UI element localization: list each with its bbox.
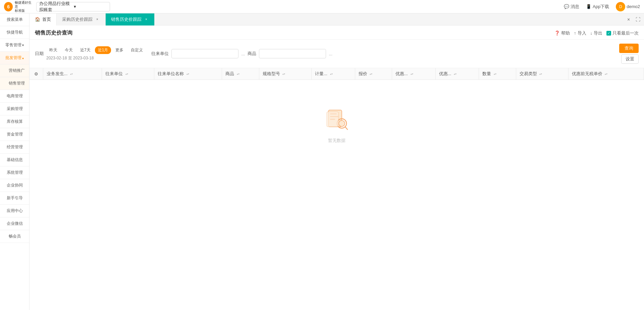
date-btn-more[interactable]: 更多 [112,46,126,54]
th-quote[interactable]: 报价 ▴▾ [355,68,392,80]
sort-icon: ▴▾ [282,73,285,75]
export-icon: ↓ [590,31,593,36]
setting-button[interactable]: 设置 [621,54,639,64]
table-header-row: ⚙ 业务发生... ▴▾ 往来单位 ▴▾ 往来单位名称 [30,68,644,80]
avatar-initial: D [619,4,622,9]
sort-icon: ▴▾ [605,73,607,75]
product-label: 商品 [248,51,256,57]
tab-close-purchase[interactable]: × [95,17,100,22]
th-discount2[interactable]: 优惠... ▴▾ [435,68,479,80]
message-btn[interactable]: 💬 消息 [564,4,579,10]
date-range-display: 2023-02-18 至 2023-03-18 [46,55,146,61]
import-btn[interactable]: ↑ 导入 [574,30,586,36]
sidebar-item-sales[interactable]: 销售管理 [0,77,29,90]
help-icon: ❓ [554,31,560,36]
sidebar-item-inventory[interactable]: 库存核算 [0,115,29,128]
sidebar-item-guide[interactable]: 新手引导 [0,192,29,205]
content-area: 🏠 首页 采购历史价跟踪 × 销售历史价跟踪 × × ⛶ 销售历史价查询 [30,13,644,310]
page-content: 销售历史价查询 ❓ 帮助 ↑ 导入 ↓ 导出 ✓ [30,25,644,310]
sidebar-item-retail[interactable]: 零售管理 ▾ [0,39,29,52]
data-table: ⚙ 业务发生... ▴▾ 往来单位 ▴▾ 往来单位名称 [30,68,644,80]
sort-icon: ▴▾ [125,73,128,75]
header-right: 💬 消息 📱 App下载 D demo2 [564,2,640,11]
sort-icon: ▴▾ [454,73,457,75]
th-spec[interactable]: 规格型号 ▴▾ [259,68,311,80]
th-trade-type[interactable]: 交易类型 ▴▾ [516,68,568,80]
help-btn[interactable]: ❓ 帮助 [554,30,570,36]
sidebar-item-member[interactable]: 畅会员 [0,230,29,243]
svg-rect-7 [327,112,338,127]
empty-text: 暂无数据 [328,138,345,144]
account-selector[interactable]: 办公用品行业模拟账套 ▾ [36,2,110,11]
date-btn-last1month[interactable]: 近1月 [95,46,111,54]
date-buttons: 昨天 今天 近7天 近1月 更多 自定义 [46,46,146,54]
sidebar-item-operations[interactable]: 经营管理 [0,141,29,154]
query-button[interactable]: 查询 [619,44,639,53]
date-btn-today[interactable]: 今天 [62,46,76,54]
th-unit[interactable]: 计量... ▴▾ [312,68,355,80]
page-header: 销售历史价查询 ❓ 帮助 ↑ 导入 ↓ 导出 ✓ [30,25,644,40]
th-partner-id[interactable]: 往来单位 ▴▾ [102,68,154,80]
app-download-btn[interactable]: 📱 App下载 [586,4,609,10]
sidebar-item-basic[interactable]: 基础信息 [0,154,29,166]
th-gear[interactable]: ⚙ [30,68,43,80]
chevron-down-icon: ▾ [74,4,107,9]
sidebar-item-quick-nav[interactable]: 快捷导航 [0,26,29,39]
sidebar-item-wechat[interactable]: 企业微信 [0,217,29,230]
product-ellipsis: ... [329,51,332,56]
date-label: 日期 [35,51,44,57]
top-header: 6 畅捷通好生意 标准版 办公用品行业模拟账套 ▾ 💬 消息 📱 App下载 D… [0,0,644,13]
sidebar-item-marketing[interactable]: 营销推广 [0,64,29,77]
checkbox-checked-icon: ✓ [606,31,611,36]
export-btn[interactable]: ↓ 导出 [590,30,603,36]
sort-icon: ▴▾ [494,73,496,75]
sidebar-item-system[interactable]: 系统管理 [0,166,29,179]
user-menu[interactable]: D demo2 [616,2,640,11]
sort-icon: ▴▾ [186,73,189,75]
logo-text: 畅捷通好生意 标准版 [15,1,34,13]
view-last-checkbox[interactable]: ✓ 只看最后一次 [606,30,639,36]
th-quantity[interactable]: 数量 ▴▾ [479,68,516,80]
sidebar-item-ecommerce[interactable]: 电商管理 [0,90,29,103]
partner-filter-group: 往来单位 ... 商品 ... [151,49,614,58]
sidebar-item-finance[interactable]: 资金管理 [0,128,29,141]
message-icon: 💬 [564,4,569,9]
sidebar-item-search-menu[interactable]: 搜索菜单 [0,13,29,26]
sort-icon: ▴▾ [237,73,239,75]
sidebar-item-purchase[interactable]: 采购管理 [0,103,29,115]
chevron-up-icon: ▴ [22,56,24,60]
partner-input[interactable] [171,49,238,58]
th-biz-date[interactable]: 业务发生... ▴▾ [43,68,102,80]
sort-icon: ▴▾ [539,73,542,75]
th-pretax-price[interactable]: 优惠前无税单价 ▴▾ [568,68,644,80]
tab-close-all-btn[interactable]: × [625,16,632,23]
th-product[interactable]: 商品 ▴▾ [222,68,259,80]
th-discount1[interactable]: 优惠... ▴▾ [392,68,436,80]
sort-icon: ▴▾ [411,73,413,75]
date-btn-last7days[interactable]: 近7天 [77,46,94,54]
tab-home[interactable]: 🏠 首页 [30,13,57,25]
logo-area: 6 畅捷通好生意 标准版 [4,1,34,13]
tab-bar: 🏠 首页 采购历史价跟踪 × 销售历史价跟踪 × × ⛶ [30,13,644,25]
filter-bar: 日期 昨天 今天 近7天 近1月 更多 自定义 2023-02-18 至 202… [30,40,644,68]
product-input[interactable] [259,49,326,58]
th-partner-name[interactable]: 往来单位名称 ▴▾ [154,68,222,80]
tab-purchase-history[interactable]: 采购历史价跟踪 × [57,13,106,25]
sort-icon: ▴▾ [370,73,372,75]
date-btn-yesterday[interactable]: 昨天 [46,46,60,54]
phone-icon: 📱 [586,4,591,9]
empty-state: 暂无数据 [30,80,644,170]
date-btn-custom[interactable]: 自定义 [128,46,146,54]
sidebar-item-enterprise[interactable]: 企业协同 [0,179,29,192]
avatar: D [616,2,625,11]
tab-fullscreen-btn[interactable]: ⛶ [635,16,641,23]
home-icon: 🏠 [35,17,40,22]
import-icon: ↑ [574,31,576,36]
sidebar-item-app-center[interactable]: 应用中心 [0,205,29,217]
sidebar-item-wholesale[interactable]: 批发管理 ▴ [0,52,29,64]
partner-label: 往来单位 [151,51,169,57]
tab-close-sales[interactable]: × [144,17,149,22]
tab-sales-history[interactable]: 销售历史价跟踪 × [106,13,155,25]
logo-icon: 6 [4,2,13,11]
gear-icon[interactable]: ⚙ [34,71,38,76]
